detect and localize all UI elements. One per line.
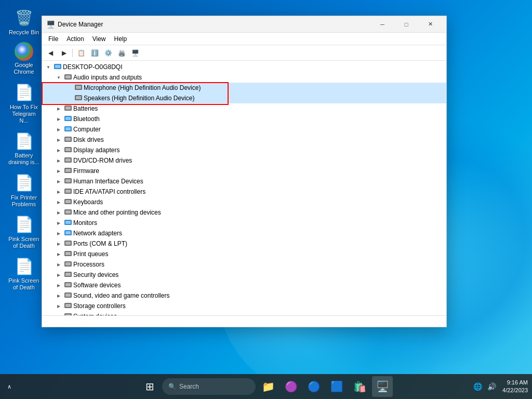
taskbar-teams[interactable]: 🟦 (326, 376, 347, 397)
device-label-computer2: Computer (73, 126, 101, 133)
expand-icon[interactable]: ▶ (55, 136, 63, 144)
expand-icon[interactable]: ▶ (55, 208, 63, 217)
svg-rect-31 (65, 221, 71, 224)
device-icon-software (64, 281, 72, 289)
device-label-storage: Storage controllers (73, 302, 126, 310)
tree-item-processors[interactable]: ▶ Processors (42, 259, 446, 270)
expand-icon[interactable]: ▶ (55, 156, 63, 165)
desktop-icon-pink-screen-2[interactable]: 📄 Pink Screen of Death (5, 254, 43, 293)
desktop-icon-fix-printer[interactable]: 📄 Fix Printer Problems (5, 170, 43, 210)
tree-view[interactable]: ▼ DESKTOP-O0G8DQI▼ Audio inputs and outp… (42, 61, 446, 315)
status-bar (42, 315, 446, 327)
tree-item-mice[interactable]: ▶ Mice and other pointing devices (42, 207, 446, 218)
volume-icon[interactable]: 🔊 (485, 380, 498, 393)
tree-item-firmware[interactable]: ▶ Firmware (42, 166, 446, 176)
tree-item-hid[interactable]: ▶ Human Interface Devices (42, 176, 446, 187)
tree-item-speakers[interactable]: Speakers (High Definition Audio Device) (42, 93, 446, 103)
taskbar-clock[interactable]: 9:16 AM 4/22/2023 (502, 379, 528, 395)
svg-rect-25 (65, 190, 71, 193)
expand-icon[interactable]: ▶ (55, 302, 63, 310)
language-icon[interactable]: 🌐 (471, 380, 484, 393)
tree-item-security[interactable]: ▶ Security devices (42, 270, 446, 280)
menu-view[interactable]: View (88, 34, 110, 44)
desktop-icon-how-to-fix[interactable]: 📄 How To Fix Telegram N... (5, 80, 43, 127)
toolbar-btn-3[interactable]: ⚙️ (102, 47, 114, 59)
taskbar-file-explorer[interactable]: 📁 (258, 376, 278, 397)
expand-icon[interactable]: ▶ (55, 219, 63, 227)
tray-overflow-btn[interactable]: ∧ (4, 381, 15, 392)
tree-item-monitors[interactable]: ▶ Monitors (42, 218, 446, 228)
desktop-icon-battery[interactable]: 📄 Battery draining is... (5, 128, 43, 168)
tree-item-storage[interactable]: ▶ Storage controllers (42, 301, 446, 311)
tree-item-print-queues[interactable]: ▶ Print queues (42, 249, 446, 259)
tree-item-bluetooth[interactable]: ▶ Bluetooth (42, 114, 446, 124)
tree-item-computer[interactable]: ▼ DESKTOP-O0G8DQI (42, 62, 446, 72)
expand-icon[interactable]: ▶ (55, 240, 63, 248)
toolbar-btn-2[interactable]: ℹ️ (88, 47, 101, 59)
tree-item-ide[interactable]: ▶ IDE ATA/ATAPI controllers (42, 187, 446, 197)
taskbar-chrome[interactable]: 🔵 (303, 376, 324, 397)
menu-help[interactable]: Help (110, 34, 131, 44)
tree-item-sound[interactable]: ▶ Sound, video and game controllers (42, 290, 446, 301)
desktop-icon-chrome[interactable]: Google Chrome (5, 40, 43, 77)
toolbar-btn-4[interactable]: 🖨️ (115, 47, 128, 59)
expand-icon[interactable]: ▶ (55, 229, 63, 237)
taskbar-device-mgr[interactable]: 🖥️ (372, 376, 393, 397)
device-icon-computer2 (64, 125, 72, 134)
tree-item-disk-drives[interactable]: ▶ Disk drives (42, 135, 446, 145)
minimize-button[interactable]: ─ (370, 16, 394, 33)
start-button[interactable]: ⊞ (139, 376, 160, 397)
desktop-icon-pink-screen-1[interactable]: 📄 Pink Screen of Death (5, 212, 43, 251)
menu-bar: File Action View Help (42, 33, 446, 45)
search-placeholder: Search (179, 383, 199, 390)
tree-item-software[interactable]: ▶ Software devices (42, 280, 446, 290)
back-button[interactable]: ◀ (44, 47, 57, 59)
expand-icon[interactable]: ▶ (55, 115, 63, 123)
expand-icon[interactable]: ▶ (55, 312, 63, 315)
tree-item-microphone[interactable]: Microphone (High Definition Audio Device… (42, 83, 446, 93)
taskbar-zoom[interactable]: 🟣 (281, 376, 301, 397)
maximize-button[interactable]: □ (394, 16, 418, 33)
chrome-icon (15, 42, 33, 61)
expand-icon[interactable]: ▼ (44, 63, 52, 71)
tree-item-system[interactable]: ▶ System devices (42, 311, 446, 315)
device-icon-disk-drives (64, 136, 72, 144)
device-manager-window: 🖥️ Device Manager ─ □ ✕ File Action View… (42, 16, 447, 327)
expand-icon[interactable]: ▶ (55, 291, 63, 300)
tree-item-computer2[interactable]: ▶ Computer (42, 124, 446, 135)
toolbar-btn-5[interactable]: 🖥️ (129, 47, 141, 59)
expand-icon[interactable]: ▶ (55, 167, 63, 175)
device-icon-monitors (64, 219, 72, 227)
expand-icon[interactable]: ▶ (55, 281, 63, 289)
expand-icon[interactable]: ▶ (55, 177, 63, 185)
tree-item-ports[interactable]: ▶ Ports (COM & LPT) (42, 238, 446, 249)
expand-icon[interactable]: ▶ (55, 271, 63, 279)
expand-icon[interactable]: ▶ (55, 260, 63, 269)
desktop-icon-recycle-bin[interactable]: 🗑️ Recycle Bin (5, 5, 43, 38)
menu-action[interactable]: Action (62, 34, 88, 44)
expand-icon[interactable]: ▼ (55, 73, 63, 82)
taskbar-store[interactable]: 🛍️ (349, 376, 370, 397)
expand-icon[interactable]: ▶ (55, 198, 63, 206)
device-icon-bluetooth (64, 115, 72, 123)
expand-icon[interactable]: ▶ (55, 146, 63, 154)
forward-button[interactable]: ▶ (58, 47, 70, 59)
device-icon-processors (64, 260, 72, 269)
search-bar[interactable]: 🔍 Search (162, 378, 256, 395)
tree-item-audio[interactable]: ▼ Audio inputs and outputs (42, 72, 446, 83)
tree-item-display-adapters[interactable]: ▶ Display adapters (42, 145, 446, 155)
expand-icon[interactable]: ▶ (55, 125, 63, 134)
tree-item-keyboards[interactable]: ▶ Keyboards (42, 197, 446, 207)
tree-item-network[interactable]: ▶ Network adapters (42, 228, 446, 238)
menu-file[interactable]: File (44, 34, 62, 44)
tree-item-dvd[interactable]: ▶ DVD/CD-ROM drives (42, 155, 446, 166)
expand-icon[interactable]: ▶ (55, 188, 63, 196)
device-icon-network (64, 229, 72, 237)
expand-icon[interactable]: ▶ (55, 250, 63, 258)
title-bar[interactable]: 🖥️ Device Manager ─ □ ✕ (42, 16, 446, 33)
toolbar-btn-1[interactable]: 📋 (75, 47, 87, 59)
device-label-mice: Mice and other pointing devices (73, 209, 161, 216)
close-button[interactable]: ✕ (418, 16, 442, 33)
tree-item-batteries[interactable]: ▶ Batteries (42, 103, 446, 114)
expand-icon[interactable]: ▶ (55, 104, 63, 113)
